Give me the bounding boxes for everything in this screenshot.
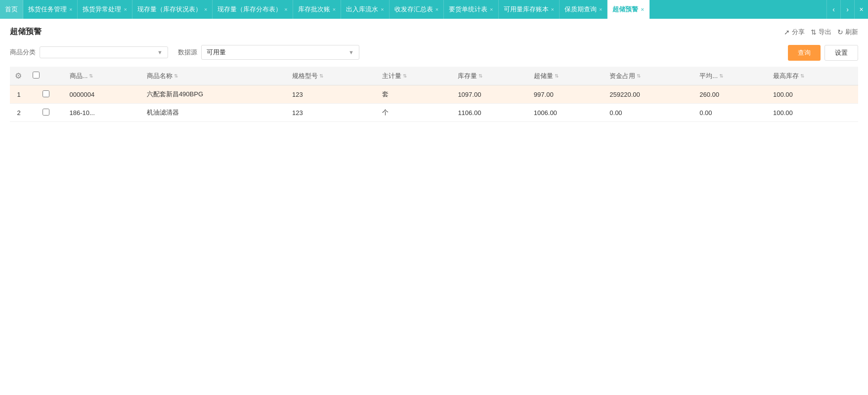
sort-unit[interactable]: 主计量 ⇅ xyxy=(382,72,407,80)
row-average-1: 0.00 xyxy=(694,104,768,122)
nav-tab-9[interactable]: 保质期查询× xyxy=(560,0,608,19)
header-actions: ➚ 分享 ⇅ 导出 ↻ 刷新 xyxy=(784,28,858,37)
sort-product-name[interactable]: 商品名称 ⇅ xyxy=(147,72,178,80)
nav-tab-label: 要货单统计表 xyxy=(449,5,487,14)
sort-product-code[interactable]: 商品... ⇅ xyxy=(70,72,93,80)
category-filter: 商品分类 ▼ xyxy=(10,46,168,58)
col-product-code-label: 商品... xyxy=(70,72,88,80)
nav-tab-label: 收发存汇总表 xyxy=(394,5,433,14)
col-stock: 库存量 ⇅ xyxy=(453,67,528,85)
row-checkbox-0[interactable] xyxy=(43,90,49,97)
row-index-0: 1 xyxy=(10,85,28,104)
share-label: 分享 xyxy=(792,28,805,37)
col-spec: 规格型号 ⇅ xyxy=(287,67,377,85)
sort-spec[interactable]: 规格型号 ⇅ xyxy=(292,72,323,80)
table-header-row: ⚙ 商品... ⇅ 商品名称 ⇅ xyxy=(10,67,858,85)
nav-next-arrow[interactable]: › xyxy=(840,0,854,19)
nav-home-label: 首页 xyxy=(5,5,18,14)
nav-tab-label: 保质期查询 xyxy=(564,5,597,14)
nav-tab-5[interactable]: 出入库流水× xyxy=(341,0,389,19)
refresh-icon: ↻ xyxy=(837,28,843,36)
row-overstock-1: 1006.00 xyxy=(529,104,605,122)
sort-icon-8: ⇅ xyxy=(719,73,723,79)
category-select[interactable]: ▼ xyxy=(40,46,168,58)
col-capital-label: 资金占用 xyxy=(609,72,635,80)
close-icon[interactable]: × xyxy=(435,6,438,12)
sort-icon-6: ⇅ xyxy=(555,73,559,79)
row-maxstock-1: 100.00 xyxy=(768,104,858,122)
close-icon[interactable]: × xyxy=(551,6,554,12)
nav-tab-label: 现存量（库存分布表） xyxy=(217,5,282,14)
category-label: 商品分类 xyxy=(10,48,36,57)
close-icon[interactable]: × xyxy=(381,6,384,12)
row-product-code-0: 0000004 xyxy=(65,85,142,104)
row-spec-0: 123 xyxy=(287,85,377,104)
nav-tab-label: 可用量库存账本 xyxy=(504,5,549,14)
col-average-label: 平均... xyxy=(699,72,718,80)
sort-icon-2: ⇅ xyxy=(174,73,178,79)
table-row: 2 186-10... 机油滤清器 123 个 1106.00 1006.00 … xyxy=(10,104,858,122)
nav-tab-4[interactable]: 库存批次账× xyxy=(293,0,341,19)
sort-icon-5: ⇅ xyxy=(478,73,482,79)
nav-close-arrow[interactable]: × xyxy=(854,0,868,19)
nav-tab-7[interactable]: 要货单统计表× xyxy=(444,0,498,19)
sort-capital[interactable]: 资金占用 ⇅ xyxy=(609,72,641,80)
close-icon[interactable]: × xyxy=(284,6,287,12)
nav-tab-1[interactable]: 拣货异常处理× xyxy=(78,0,132,19)
row-stock-0: 1097.00 xyxy=(453,85,528,104)
col-product-name: 商品名称 ⇅ xyxy=(142,67,287,85)
page-header: 超储预警 ➚ 分享 ⇅ 导出 ↻ 刷新 xyxy=(10,27,858,37)
close-icon[interactable]: × xyxy=(490,6,493,12)
page-title: 超储预警 xyxy=(10,27,42,37)
export-button[interactable]: ⇅ 导出 xyxy=(811,28,831,37)
close-icon[interactable]: × xyxy=(333,6,336,12)
sort-stock[interactable]: 库存量 ⇅ xyxy=(458,72,482,80)
sort-icon-7: ⇅ xyxy=(637,73,641,79)
row-product-name-1: 机油滤清器 xyxy=(142,104,287,122)
col-product-name-label: 商品名称 xyxy=(147,72,173,80)
nav-tab-3[interactable]: 现存量（库存分布表）× xyxy=(213,0,293,19)
close-icon[interactable]: × xyxy=(599,6,602,12)
filter-section: 商品分类 ▼ 数据源 可用量 ▼ 查询 设置 xyxy=(10,45,858,61)
close-icon[interactable]: × xyxy=(124,6,127,12)
sort-average[interactable]: 平均... ⇅ xyxy=(699,72,723,80)
gear-icon[interactable]: ⚙ xyxy=(15,72,22,80)
query-button[interactable]: 查询 xyxy=(788,45,821,61)
chevron-down-icon-2: ▼ xyxy=(348,49,354,55)
nav-prev-arrow[interactable]: ‹ xyxy=(826,0,840,19)
close-icon[interactable]: × xyxy=(204,6,207,12)
nav-tab-2[interactable]: 现存量（库存状况表）× xyxy=(132,0,213,19)
row-checkbox-1[interactable] xyxy=(43,109,49,116)
refresh-label: 刷新 xyxy=(845,28,858,37)
nav-tab-label: 拣货任务管理 xyxy=(28,5,67,14)
nav-tab-8[interactable]: 可用量库存账本× xyxy=(499,0,560,19)
row-average-0: 260.00 xyxy=(694,85,768,104)
sort-overstock[interactable]: 超储量 ⇅ xyxy=(534,72,559,80)
nav-tab-label: 超储预警 xyxy=(612,5,638,14)
nav-tab-6[interactable]: 收发存汇总表× xyxy=(390,0,444,19)
nav-tab-0[interactable]: 拣货任务管理× xyxy=(23,0,78,19)
share-button[interactable]: ➚ 分享 xyxy=(784,28,805,37)
row-unit-0: 套 xyxy=(377,85,453,104)
top-nav: 首页 拣货任务管理×拣货异常处理×现存量（库存状况表）×现存量（库存分布表）×库… xyxy=(0,0,868,19)
col-average: 平均... ⇅ xyxy=(694,67,768,85)
nav-tab-label: 现存量（库存状况表） xyxy=(137,5,202,14)
nav-tab-label: 出入库流水 xyxy=(346,5,378,14)
row-capital-1: 0.00 xyxy=(605,104,694,122)
datasource-select[interactable]: 可用量 ▼ xyxy=(201,45,359,60)
col-overstock-label: 超储量 xyxy=(534,72,553,80)
refresh-button[interactable]: ↻ 刷新 xyxy=(837,28,858,37)
row-checkbox-cell-0 xyxy=(28,85,65,104)
col-maxstock-label: 最高库存 xyxy=(773,72,799,80)
select-all-checkbox[interactable] xyxy=(33,72,40,79)
close-icon[interactable]: × xyxy=(69,6,72,12)
settings-button[interactable]: 设置 xyxy=(825,45,858,61)
nav-home[interactable]: 首页 xyxy=(0,0,23,19)
row-overstock-0: 997.00 xyxy=(529,85,605,104)
page-content: 超储预警 ➚ 分享 ⇅ 导出 ↻ 刷新 商品分类 ▼ xyxy=(0,19,868,395)
close-icon[interactable]: × xyxy=(641,6,644,12)
sort-maxstock[interactable]: 最高库存 ⇅ xyxy=(773,72,804,80)
row-unit-1: 个 xyxy=(377,104,453,122)
nav-tab-10[interactable]: 超储预警× xyxy=(608,0,649,19)
table-header: ⚙ 商品... ⇅ 商品名称 ⇅ xyxy=(10,67,858,85)
